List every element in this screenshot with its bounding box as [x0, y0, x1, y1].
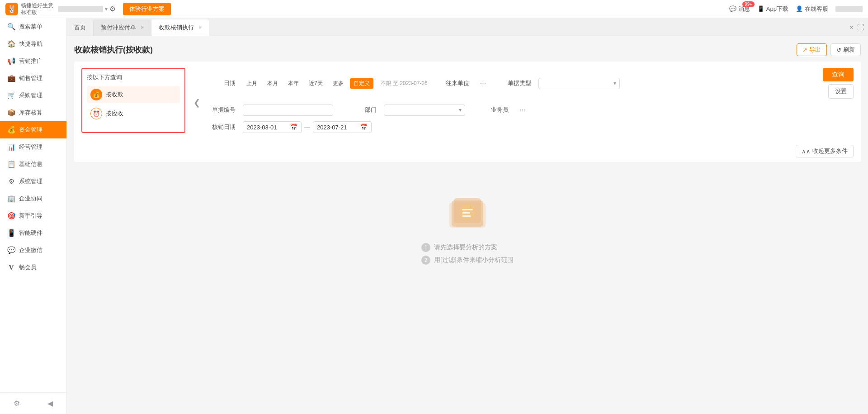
tab-receipt-offset[interactable]: 收款核销执行 ×	[151, 19, 209, 36]
sidebar-item-label: 销售管理	[19, 74, 42, 82]
sidebar-item-purchase[interactable]: 🛒 采购管理	[0, 87, 66, 104]
date-last-month-btn[interactable]: 上月	[243, 78, 261, 89]
topbar-chevron-icon[interactable]: ▾	[105, 6, 108, 12]
search-btn[interactable]: 查询	[823, 68, 854, 81]
by-receipt-label: 按收款	[106, 90, 123, 99]
inventory-icon: 📦	[7, 109, 15, 117]
sidebar-item-label: 资金管理	[19, 126, 42, 134]
sidebar-item-sales[interactable]: 💼 销售管理	[0, 70, 66, 87]
sidebar: 🔍 搜索菜单 🏠 快捷导航 📢 营销推广 💼 销售管理 🛒 采购管理 📦 库存核…	[0, 18, 67, 414]
sidebar-item-finance[interactable]: 💰 资金管理	[0, 121, 66, 138]
message-btn[interactable]: 💬 消息 99+	[729, 5, 750, 13]
tabs-bar: 首页 预付冲应付单 × 收款核销执行 × × ⛶	[67, 18, 868, 36]
operation-icon: 📊	[7, 143, 15, 151]
date-7days-btn[interactable]: 近7天	[305, 78, 326, 89]
tab-home[interactable]: 首页	[67, 19, 94, 36]
by-receipt-icon: 💰	[90, 89, 102, 100]
sidebar-collapse-icon[interactable]: ◀	[42, 396, 58, 410]
sidebar-item-label: 新手引导	[19, 212, 42, 220]
fullscreen-icon[interactable]: ⛶	[857, 24, 864, 32]
filter-row-1: 日期 上月 本月 本年 近7天 更多 自定义 不限 至 2023-07-26 往…	[208, 68, 854, 99]
refresh-btn[interactable]: ↺ 刷新	[830, 43, 861, 56]
doc-type-select-wrapper	[538, 78, 620, 89]
settings-btn[interactable]: 设置	[828, 84, 854, 99]
writeoff-date-end-input[interactable]: 2023-07-21 📅	[313, 121, 372, 133]
sidebar-item-enterprise[interactable]: 🏢 企业协同	[0, 190, 66, 207]
empty-illustration	[440, 189, 495, 236]
sidebar-item-label: 畅会员	[19, 263, 37, 271]
collapse-more-icon: ∧∧	[802, 148, 811, 155]
sidebar-item-inventory[interactable]: 📦 库存核算	[0, 104, 66, 121]
sidebar-item-label: 经营管理	[19, 143, 42, 151]
salesperson-label: 业务员	[481, 106, 509, 114]
export-icon: ↗	[802, 47, 807, 53]
counterparty-label: 往来单位	[442, 79, 469, 87]
dept-select[interactable]	[384, 105, 465, 116]
by-receivable-label: 按应收	[106, 109, 123, 118]
salesperson-input[interactable]: ···	[516, 104, 529, 116]
filter-collapse-toggle[interactable]: ❮	[191, 98, 203, 108]
writeoff-date-start-input[interactable]: 2023-03-01 📅	[243, 121, 302, 133]
sidebar-item-basic-info[interactable]: 📋 基础信息	[0, 156, 66, 173]
filter-row-2: 单据编号 部门 业务员 ···	[208, 104, 854, 116]
sidebar-item-guide[interactable]: 🎯 新手引导	[0, 207, 66, 224]
app-download-btn[interactable]: 📱 App下载	[757, 5, 788, 13]
collapse-more-section: ∧∧ 收起更多条件	[74, 145, 861, 162]
close-tab-icon[interactable]: ×	[849, 24, 854, 32]
tab-prepay-offset-close[interactable]: ×	[141, 24, 144, 31]
sidebar-item-label: 采购管理	[19, 91, 42, 100]
sidebar-settings-icon[interactable]: ⚙	[8, 396, 25, 410]
marketing-icon: 📢	[7, 57, 15, 65]
filter-query-type: 按以下方查询 💰 按收款 ⏰ 按应收	[81, 68, 185, 133]
filter-row-3: 核销日期 2023-03-01 📅 — 2023-07-21 📅	[208, 121, 854, 133]
empty-tip-1-text: 请先选择要分析的方案	[434, 243, 497, 252]
date-quick-btns: 上月 本月 本年 近7天 更多 自定义	[243, 78, 373, 89]
sidebar-item-system[interactable]: ⚙ 系统管理	[0, 173, 66, 190]
doc-no-input[interactable]	[243, 105, 333, 116]
date-this-month-btn[interactable]: 本月	[264, 78, 282, 89]
filter-actions: 查询 设置	[823, 68, 854, 99]
sidebar-item-label: 快捷导航	[19, 40, 42, 48]
sidebar-item-wechat[interactable]: 💬 企业微信	[0, 242, 66, 259]
sidebar-item-hardware[interactable]: 📱 智能硬件	[0, 224, 66, 242]
empty-tip-1-num: 1	[421, 243, 430, 252]
topbar-right: 💬 消息 99+ 📱 App下载 👤 在线客服	[729, 5, 863, 13]
sidebar-bottom: ⚙ ◀	[0, 392, 66, 414]
date-more-btn[interactable]: 更多	[329, 78, 347, 89]
date-this-year-btn[interactable]: 本年	[284, 78, 302, 89]
logo-icon: 🐰	[5, 3, 18, 15]
filter-option-by-receipt[interactable]: 💰 按收款	[87, 86, 180, 103]
collapse-more-btn[interactable]: ∧∧ 收起更多条件	[796, 145, 854, 157]
svg-point-3	[459, 204, 476, 220]
page-header: 收款核销执行(按收款) ↗ 导出 ↺ 刷新	[74, 43, 861, 56]
guide-icon: 🎯	[7, 212, 15, 220]
date-custom-btn[interactable]: 自定义	[350, 78, 373, 89]
collapse-left-icon: ❮	[193, 98, 200, 108]
tab-prepay-offset[interactable]: 预付冲应付单 ×	[94, 19, 151, 36]
doc-type-select[interactable]	[538, 78, 620, 89]
industry-btn[interactable]: 体验行业方案	[123, 3, 171, 15]
tab-receipt-offset-close[interactable]: ×	[198, 24, 202, 31]
search-menu-icon: 🔍	[7, 23, 15, 31]
sidebar-item-member[interactable]: V 畅会员	[0, 259, 66, 276]
sales-icon: 💼	[7, 74, 15, 82]
sidebar-item-label: 企业微信	[19, 246, 42, 254]
finance-icon: 💰	[7, 126, 15, 134]
sidebar-item-label: 企业协同	[19, 195, 42, 203]
export-btn[interactable]: ↗ 导出	[797, 43, 827, 56]
sidebar-item-marketing[interactable]: 📢 营销推广	[0, 52, 66, 70]
counterparty-input[interactable]: ···	[476, 77, 490, 89]
svg-rect-4	[462, 209, 473, 210]
sidebar-item-quick-nav[interactable]: 🏠 快捷导航	[0, 35, 66, 52]
service-btn[interactable]: 👤 在线客服	[796, 5, 828, 13]
empty-tips: 1 请先选择要分析的方案 2 用[过滤]条件来缩小分析范围	[421, 243, 514, 265]
sidebar-item-search-menu[interactable]: 🔍 搜索菜单	[0, 18, 66, 35]
sidebar-item-operation[interactable]: 📊 经营管理	[0, 138, 66, 156]
calendar-end-icon: 📅	[360, 124, 368, 131]
user-info-blurred	[835, 6, 863, 12]
topbar-gear-icon[interactable]: ⚙	[109, 5, 116, 13]
filter-option-by-receivable[interactable]: ⏰ 按应收	[87, 105, 180, 122]
sidebar-item-label: 智能硬件	[19, 229, 42, 237]
filter-fields: 日期 上月 本月 本年 近7天 更多 自定义 不限 至 2023-07-26 往…	[208, 68, 854, 133]
svg-rect-6	[462, 215, 471, 217]
